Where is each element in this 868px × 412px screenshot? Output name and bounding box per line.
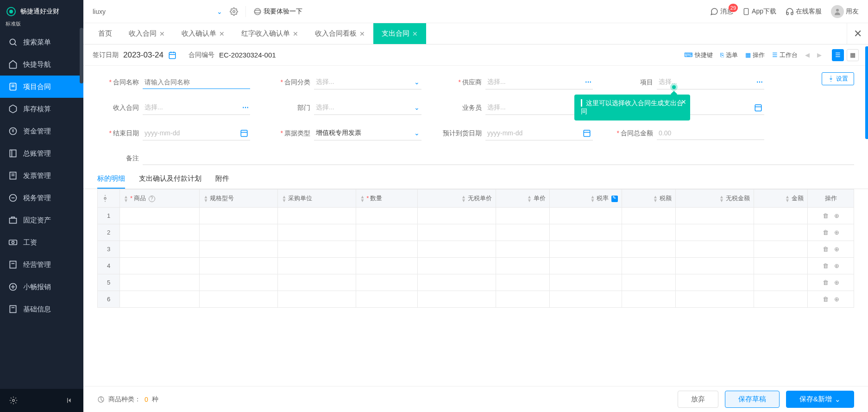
tooltip-close-icon[interactable]: ✕	[681, 98, 686, 106]
col-header-5[interactable]: ▲▼单价	[496, 190, 549, 208]
tab-4[interactable]: 收入合同看板✕	[307, 23, 373, 44]
messages-button[interactable]: 消息 29	[710, 7, 733, 16]
app-download-button[interactable]: App下载	[742, 7, 776, 16]
total-amount-input[interactable]	[657, 127, 764, 140]
document-type-select[interactable]: 增值税专用发票⌄	[314, 126, 421, 140]
sub-tab-2[interactable]: 附件	[215, 170, 229, 189]
remark-input[interactable]	[143, 152, 854, 165]
table-row[interactable]: 5🗑⊕	[98, 274, 854, 291]
sidebar-item-6[interactable]: 发票管理	[0, 165, 83, 187]
col-header-3[interactable]: ▲▼*数量	[356, 190, 417, 208]
table-row[interactable]: 2🗑⊕	[98, 224, 854, 241]
tab-5[interactable]: 支出合同✕	[373, 23, 426, 44]
save-draft-button[interactable]: 保存草稿	[725, 391, 780, 408]
tab-1[interactable]: 收入合同✕	[120, 23, 173, 44]
col-header-7[interactable]: ▲▼税额	[622, 190, 675, 208]
arrival-date-input[interactable]: yyyy-mm-dd	[485, 126, 593, 140]
col-header-9[interactable]: ▲▼金额	[754, 190, 807, 208]
col-header-1[interactable]: ▲▼规格型号	[200, 190, 278, 208]
add-icon[interactable]: ⊕	[834, 246, 839, 253]
sidebar-item-7[interactable]: 税务管理	[0, 187, 83, 209]
prev-icon[interactable]: ◀	[805, 51, 810, 58]
shortcut-button[interactable]: ⌨快捷键	[684, 51, 713, 59]
sidebar-item-9[interactable]: 工资	[0, 231, 83, 254]
delete-icon[interactable]: 🗑	[823, 229, 829, 236]
try-button[interactable]: 我要体验一下	[253, 7, 302, 16]
right-handle[interactable]	[865, 46, 868, 139]
form-settings-button[interactable]: 设置	[822, 72, 854, 85]
org-settings-icon[interactable]	[230, 7, 238, 16]
chevron-down-icon: ⌄	[414, 129, 420, 137]
income-contract-select[interactable]: 选择...⋯	[143, 101, 250, 115]
settings-gear-icon[interactable]	[9, 396, 18, 405]
close-icon[interactable]: ✕	[412, 30, 418, 38]
delete-icon[interactable]: 🗑	[823, 262, 829, 269]
end-date-input[interactable]: yyyy-mm-dd	[143, 126, 250, 140]
close-icon[interactable]: ✕	[359, 30, 365, 38]
tab-3[interactable]: 红字收入确认单✕	[233, 23, 307, 44]
user-menu[interactable]: 用友	[831, 5, 859, 18]
sidebar-item-3[interactable]: 库存核算	[0, 98, 83, 120]
svg-rect-22	[67, 398, 68, 403]
next-icon[interactable]: ▶	[817, 51, 822, 58]
calendar-icon	[583, 129, 591, 137]
svg-point-1	[10, 10, 13, 13]
add-icon[interactable]: ⊕	[834, 212, 839, 219]
col-header-2[interactable]: ▲▼采购单位	[278, 190, 356, 208]
card-view-button[interactable]: ▦	[847, 49, 859, 61]
add-icon[interactable]: ⊕	[834, 296, 839, 303]
close-icon[interactable]: ✕	[293, 30, 298, 38]
user-dropdown[interactable]: liuxy ⌄	[93, 8, 222, 15]
collapse-icon[interactable]	[66, 396, 74, 405]
discard-button[interactable]: 放弃	[678, 391, 718, 408]
select-order-button[interactable]: ⎘选单	[720, 51, 738, 59]
sidebar-scrollbar[interactable]	[80, 28, 83, 83]
close-icon[interactable]: ✕	[219, 30, 225, 38]
sidebar-item-10[interactable]: 经营管理	[0, 254, 83, 276]
operations-button[interactable]: ▦操作	[745, 51, 765, 59]
close-all-tabs-button[interactable]: ✕	[847, 23, 868, 44]
delete-icon[interactable]: 🗑	[823, 246, 829, 253]
table-row[interactable]: 4🗑⊕	[98, 258, 854, 274]
col-header-6[interactable]: ▲▼税率	[549, 190, 622, 208]
sidebar-item-4[interactable]: ¥资金管理	[0, 120, 83, 142]
department-select[interactable]: 选择...⌄	[314, 101, 421, 115]
close-icon[interactable]: ✕	[159, 30, 165, 38]
col-header-4[interactable]: ▲▼无税单价	[417, 190, 496, 208]
contract-name-input[interactable]	[143, 76, 250, 89]
sign-date-value[interactable]: 2023-03-24	[123, 51, 164, 60]
tab-2[interactable]: 收入确认单✕	[173, 23, 233, 44]
sidebar-item-5[interactable]: 总账管理	[0, 142, 83, 165]
list-view-button[interactable]: ☰	[832, 49, 844, 61]
box-icon	[8, 104, 18, 114]
svg-point-40	[104, 197, 106, 199]
sidebar-item-8[interactable]: 固定资产	[0, 209, 83, 231]
add-icon[interactable]: ⊕	[834, 262, 839, 269]
col-header-8[interactable]: ▲▼无税金额	[675, 190, 754, 208]
tab-0[interactable]: 首页	[90, 23, 120, 44]
delete-icon[interactable]: 🗑	[823, 279, 829, 286]
table-row[interactable]: 3🗑⊕	[98, 241, 854, 258]
add-icon[interactable]: ⊕	[834, 279, 839, 286]
save-and-new-button[interactable]: 保存&新增⌄	[786, 391, 854, 408]
supplier-select[interactable]: 选择...⋯	[485, 75, 593, 89]
sub-tab-0[interactable]: 标的明细	[97, 170, 125, 189]
table-row[interactable]: 6🗑⊕	[98, 291, 854, 308]
workbench-button[interactable]: ☰工作台	[772, 51, 798, 59]
sidebar-item-1[interactable]: 快捷导航	[0, 53, 83, 76]
col-header-0[interactable]: ▲▼*商品 ?	[120, 190, 200, 208]
delete-icon[interactable]: 🗑	[823, 212, 829, 219]
contract-category-select[interactable]: 选择...⌄	[314, 75, 421, 89]
sidebar-item-12[interactable]: 基础信息	[0, 298, 83, 320]
sidebar-item-11[interactable]: 小畅报销	[0, 276, 83, 298]
table-row[interactable]: 1🗑⊕	[98, 208, 854, 224]
sort-icon: ▲▼	[203, 195, 208, 203]
sidebar-item-2[interactable]: 项目合同	[0, 76, 83, 98]
sidebar-item-0[interactable]: 搜索菜单	[0, 31, 83, 53]
add-icon[interactable]: ⊕	[834, 229, 839, 236]
gear-icon[interactable]	[101, 195, 109, 202]
calendar-icon[interactable]	[168, 51, 176, 59]
delete-icon[interactable]: 🗑	[823, 296, 829, 303]
customer-service-button[interactable]: 在线客服	[786, 7, 822, 16]
sub-tab-1[interactable]: 支出确认及付款计划	[139, 170, 201, 189]
